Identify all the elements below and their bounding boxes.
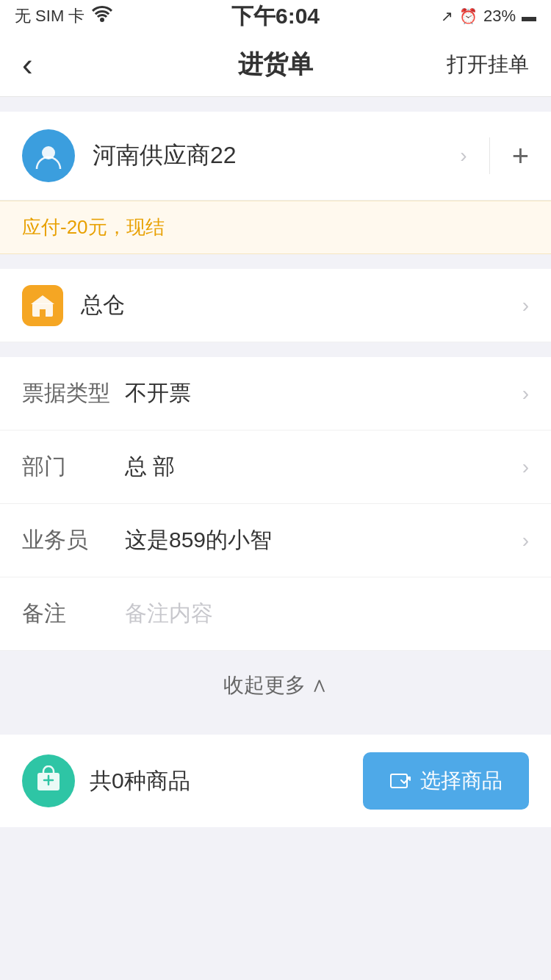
supplier-row[interactable]: 河南供应商22 › + <box>0 112 551 201</box>
back-button[interactable]: ‹ <box>22 46 66 83</box>
department-row[interactable]: 部门 总 部 › <box>0 430 551 504</box>
form-section: 票据类型 不开票 › 部门 总 部 › 业务员 这是859的小智 › 备注 备注… <box>0 357 551 651</box>
svg-rect-3 <box>40 309 46 317</box>
warehouse-icon <box>22 285 63 326</box>
invoice-type-value: 不开票 <box>125 378 522 408</box>
alarm-icon: ⏰ <box>459 7 478 25</box>
signal-text: 无 SIM 卡 <box>15 5 84 27</box>
remark-label: 备注 <box>22 599 125 629</box>
add-button[interactable]: + <box>512 140 529 173</box>
remark-input[interactable]: 备注内容 <box>125 599 529 629</box>
svg-marker-2 <box>31 295 54 304</box>
supplier-section: 河南供应商22 › + 应付-20元，现结 <box>0 112 551 254</box>
warehouse-row[interactable]: 总仓 › <box>0 269 551 342</box>
supplier-chevron-icon: › <box>460 144 467 167</box>
warehouse-section: 总仓 › <box>0 269 551 342</box>
product-bar: 共0种商品 选择商品 <box>0 735 551 827</box>
notice-text: 应付-20元，现结 <box>22 216 165 238</box>
status-right: ↗ ⏰ 23% ▬ <box>441 7 536 26</box>
salesperson-value: 这是859的小智 <box>125 525 522 555</box>
battery-icon: ▬ <box>522 8 536 25</box>
select-product-label: 选择商品 <box>420 767 503 795</box>
supplier-name: 河南供应商22 <box>93 140 460 172</box>
collapse-row[interactable]: 收起更多 ∧ <box>0 651 551 720</box>
status-bar: 无 SIM 卡 下午6:04 ↗ ⏰ 23% ▬ <box>0 0 551 32</box>
warehouse-chevron-icon: › <box>522 294 529 317</box>
section-gap-1 <box>0 97 551 112</box>
notice-row: 应付-20元，现结 <box>0 201 551 254</box>
select-product-button[interactable]: 选择商品 <box>363 752 529 810</box>
supplier-avatar <box>22 129 75 182</box>
status-time: 下午6:04 <box>231 1 320 32</box>
salesperson-row[interactable]: 业务员 这是859的小智 › <box>0 504 551 577</box>
invoice-type-label: 票据类型 <box>22 378 125 408</box>
department-label: 部门 <box>22 452 125 482</box>
warehouse-name: 总仓 <box>81 290 522 320</box>
product-count: 共0种商品 <box>90 766 348 796</box>
battery-text: 23% <box>483 7 516 26</box>
department-chevron-icon: › <box>522 455 529 479</box>
remark-row[interactable]: 备注 备注内容 <box>0 577 551 651</box>
remaining-background <box>0 827 551 980</box>
invoice-type-chevron-icon: › <box>522 382 529 406</box>
product-icon <box>22 754 75 807</box>
page-title: 进货单 <box>238 48 313 82</box>
section-gap-3 <box>0 342 551 357</box>
supplier-divider <box>489 137 490 174</box>
section-gap-4 <box>0 720 551 735</box>
invoice-type-row[interactable]: 票据类型 不开票 › <box>0 357 551 430</box>
status-left: 无 SIM 卡 <box>15 5 112 27</box>
nav-bar: ‹ 进货单 打开挂单 <box>0 32 551 97</box>
svg-rect-5 <box>391 774 407 788</box>
department-value: 总 部 <box>125 452 522 482</box>
location-icon: ↗ <box>441 7 453 25</box>
section-gap-2 <box>0 254 551 269</box>
wifi-icon <box>92 6 112 26</box>
collapse-label: 收起更多 ∧ <box>223 671 328 699</box>
open-pending-button[interactable]: 打开挂单 <box>447 51 529 79</box>
salesperson-label: 业务员 <box>22 525 125 555</box>
salesperson-chevron-icon: › <box>522 529 529 552</box>
